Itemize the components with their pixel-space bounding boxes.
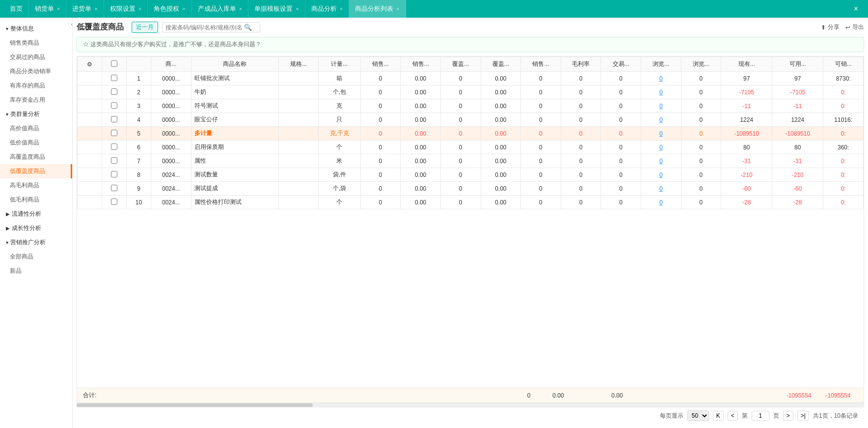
- select-all-checkbox[interactable]: [111, 60, 117, 67]
- row-checkbox[interactable]: [111, 88, 117, 95]
- sidebar-item-traded-goods[interactable]: 交易过的商品: [0, 50, 72, 64]
- data-table-container[interactable]: ⚙ 商... 商品名称 规格... 计量... 销售... 销售... 覆盖..…: [77, 56, 864, 388]
- th-stock[interactable]: 现有...: [721, 57, 772, 72]
- current-page-input[interactable]: [752, 411, 769, 421]
- footer-avail-total: -1095554: [818, 392, 858, 399]
- filter-recent-month-button[interactable]: 近一月: [132, 22, 158, 33]
- table-row[interactable]: 70000...属性米00.0000.0000000-31-310:: [78, 154, 864, 168]
- gear-icon[interactable]: ⚙: [87, 61, 92, 68]
- row-checkbox[interactable]: [111, 157, 117, 164]
- table-row[interactable]: 40000...眼宝公仔只00.0000.0000000122412241101…: [78, 113, 864, 127]
- th-checkbox[interactable]: [102, 57, 127, 72]
- sidebar-item-new-goods[interactable]: 新品: [0, 264, 72, 278]
- sidebar: « ▾ 整体信息 销售类商品 交易过的商品 商品分类动销率 有库存的商品 库存资…: [0, 18, 73, 428]
- cluster-arrow-icon: ▾: [6, 112, 8, 117]
- th-coverage1[interactable]: 覆盖...: [440, 57, 481, 72]
- th-transaction[interactable]: 交易...: [601, 57, 641, 72]
- th-index: [127, 57, 151, 72]
- table-row[interactable]: 30000...符号测试克00.0000.0000000-11-110:: [78, 99, 864, 113]
- table-row[interactable]: 60000...启用保质期个00.0000.00000008080360:: [78, 141, 864, 154]
- th-browse2[interactable]: 浏览...: [681, 57, 721, 72]
- row-checkbox[interactable]: [111, 199, 117, 205]
- page-title: 低覆盖度商品: [77, 22, 124, 32]
- prev-page-button[interactable]: <: [728, 411, 738, 421]
- nav-close-finished-goods[interactable]: ×: [239, 6, 242, 12]
- th-gross-rate[interactable]: 毛利率: [561, 57, 601, 72]
- sidebar-item-high-value[interactable]: 高价值商品: [0, 121, 72, 136]
- per-page-select[interactable]: 50: [687, 410, 709, 421]
- nav-close-purchase-order[interactable]: ×: [94, 6, 97, 12]
- main-content: 低覆盖度商品 近一月 🔍 ⬆ 分享 ↩ 导出: [73, 18, 868, 428]
- first-page-button[interactable]: K: [713, 411, 724, 421]
- search-icon[interactable]: 🔍: [244, 24, 252, 31]
- sidebar-item-high-coverage[interactable]: 高覆盖度商品: [0, 150, 72, 164]
- sidebar-item-category-rate[interactable]: 商品分类动销率: [0, 64, 72, 79]
- share-button[interactable]: ⬆ 分享: [821, 23, 840, 31]
- nav-template-settings[interactable]: 单据模板设置 ×: [248, 0, 305, 18]
- sidebar-item-all-goods[interactable]: 全部商品: [0, 250, 72, 264]
- th-coverage2[interactable]: 覆盖...: [481, 57, 521, 72]
- row-checkbox[interactable]: [111, 130, 117, 136]
- sidebar-section-overall[interactable]: ▾ 整体信息: [0, 22, 72, 36]
- nav-home[interactable]: 首页: [4, 0, 29, 18]
- row-checkbox[interactable]: [111, 185, 117, 191]
- nav-close-template[interactable]: ×: [296, 6, 298, 12]
- sidebar-item-sales-goods[interactable]: 销售类商品: [0, 36, 72, 50]
- table-body: 10000...旺铺批次测试箱00.0000.000000097978730:2…: [78, 72, 864, 209]
- next-page-button[interactable]: >: [783, 411, 793, 421]
- last-page-button[interactable]: >|: [797, 411, 809, 421]
- th-spec[interactable]: 规格...: [278, 57, 319, 72]
- nav-sales-order[interactable]: 销货单 ×: [29, 0, 66, 18]
- nav-close-product-analysis-list[interactable]: ×: [396, 6, 399, 12]
- sidebar-section-cluster[interactable]: ▾ 类群量分析: [0, 107, 72, 121]
- sidebar-item-stock-capital[interactable]: 库存资金占用: [0, 93, 72, 107]
- th-sales1[interactable]: 销售...: [360, 57, 401, 72]
- nav-product-analysis-list[interactable]: 商品分析列表 ×: [349, 0, 406, 18]
- row-checkbox[interactable]: [111, 116, 117, 122]
- table-row[interactable]: 50000...多计量克,千克00.0000.0000000-1089510-1…: [78, 127, 864, 141]
- nav-product-analysis[interactable]: 商品分析 ×: [305, 0, 349, 18]
- nav-role-auth[interactable]: 角色授权 ×: [148, 0, 191, 18]
- sidebar-section-growth[interactable]: ▶ 成长性分析: [0, 221, 72, 235]
- sidebar-section-marketing[interactable]: ▾ 营销推广分析: [0, 235, 72, 250]
- nav-permissions[interactable]: 权限设置 ×: [104, 0, 148, 18]
- sidebar-item-in-stock[interactable]: 有库存的商品: [0, 79, 72, 93]
- nav-finished-goods[interactable]: 产成品入库单 ×: [192, 0, 248, 18]
- th-sellable[interactable]: 可销...: [823, 57, 864, 72]
- th-browse1[interactable]: 浏览...: [641, 57, 681, 72]
- sidebar-section-liquidity[interactable]: ▶ 流通性分析: [0, 207, 72, 221]
- sidebar-item-low-margin[interactable]: 低毛利商品: [0, 193, 72, 207]
- search-input[interactable]: [165, 24, 244, 31]
- th-sales3[interactable]: 销售...: [521, 57, 561, 72]
- th-code[interactable]: 商...: [151, 57, 191, 72]
- row-checkbox[interactable]: [111, 143, 117, 150]
- page-suffix: 页: [773, 412, 779, 420]
- nav-close-product-analysis[interactable]: ×: [340, 6, 343, 12]
- table-row[interactable]: 10000...旺铺批次测试箱00.0000.000000097978730:: [78, 72, 864, 86]
- nav-close-sales-order[interactable]: ×: [57, 6, 60, 12]
- table-row[interactable]: 100024...属性价格打印测试个00.0000.0000000-28-280…: [78, 196, 864, 209]
- marketing-arrow-icon: ▾: [6, 240, 8, 245]
- row-checkbox[interactable]: [111, 171, 117, 177]
- sidebar-item-low-value[interactable]: 低价值商品: [0, 136, 72, 150]
- sidebar-item-high-margin[interactable]: 高毛利商品: [0, 178, 72, 193]
- export-button[interactable]: ↩ 导出: [845, 23, 864, 31]
- th-available[interactable]: 可用...: [772, 57, 823, 72]
- row-checkbox[interactable]: [111, 75, 117, 81]
- footer-s2-total: 0.00: [543, 392, 573, 399]
- th-name[interactable]: 商品名称: [191, 57, 278, 72]
- table-row[interactable]: 80024...测试数量袋,件00.0000.0000000-210-2100:: [78, 168, 864, 182]
- row-checkbox[interactable]: [111, 102, 117, 109]
- sidebar-item-low-coverage[interactable]: 低覆盖度商品: [0, 164, 72, 178]
- nav-close-role-auth[interactable]: ×: [182, 6, 185, 12]
- table-row[interactable]: 90024...测试提成个,袋00.0000.0000000-60-600:: [78, 182, 864, 196]
- nav-close-permissions[interactable]: ×: [138, 6, 141, 12]
- th-unit[interactable]: 计量...: [319, 57, 360, 72]
- horizontal-scrollbar[interactable]: [77, 403, 864, 407]
- footer-stock-total: -1095554: [779, 392, 818, 399]
- th-sales2[interactable]: 销售...: [401, 57, 441, 72]
- th-gear[interactable]: ⚙: [78, 57, 102, 72]
- nav-purchase-order[interactable]: 进货单 ×: [66, 0, 104, 18]
- table-row[interactable]: 20000...牛奶个,包00.0000.0000000-7105-71050:: [78, 86, 864, 99]
- close-all-tabs-button[interactable]: ×: [848, 4, 864, 13]
